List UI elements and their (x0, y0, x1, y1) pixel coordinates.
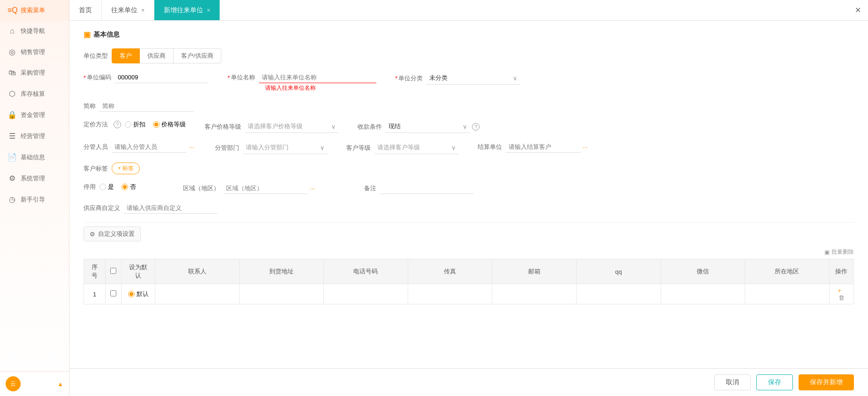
supplier-custom-field: 供应商自定义 (84, 202, 218, 214)
row-checkbox[interactable] (110, 290, 116, 296)
customer-level-arrow-icon: ∨ (451, 144, 456, 151)
region-more-btn[interactable]: ··· (308, 185, 317, 192)
sidebar-item-guide[interactable]: ◷ 新手引导 (0, 189, 69, 210)
category-select[interactable]: 未分类 ∨ (426, 72, 520, 85)
radio-price-level[interactable]: 价格等级 (153, 120, 186, 129)
cell-qq (576, 284, 661, 304)
row-add-btn[interactable]: + (838, 287, 842, 294)
wechat-input[interactable] (666, 291, 740, 298)
cell-fax (408, 284, 492, 304)
divider (84, 222, 854, 223)
table-row: 1 默认 (84, 284, 854, 304)
email-input[interactable] (497, 291, 571, 298)
operations-icon: ☰ (8, 132, 17, 140)
payment-select[interactable]: 现结 ∨ (386, 120, 470, 133)
save-button[interactable]: 保存 (756, 374, 793, 390)
remark-field: 备注 (364, 183, 474, 194)
window-close-button[interactable]: ✕ (847, 0, 868, 20)
tab-new-contact[interactable]: 新增往来单位 × (154, 0, 220, 20)
price-level-select[interactable]: 请选择客户价格等级 ∨ (245, 120, 339, 133)
tab-new-contact-close[interactable]: × (207, 7, 210, 14)
tags-field: 客户标签 + 标签 (84, 163, 140, 174)
add-tag-button[interactable]: + 标签 (112, 163, 140, 174)
sidebar-item-label: 基础信息 (21, 153, 45, 162)
qq-input[interactable] (581, 291, 656, 298)
fax-input[interactable] (413, 291, 487, 298)
table-header: 序号 设为默认 联系人 到货地址 电话号码 传真 邮箱 qq 微信 所在地区 操… (84, 259, 854, 284)
customer-level-select[interactable]: 请选择客户等级 ∨ (374, 141, 459, 154)
sidebar-item-inventory[interactable]: ⬡ 库存核算 (0, 83, 69, 104)
batch-delete-area: ▣ 批量删除 (84, 248, 854, 256)
dept-arrow-icon: ∨ (320, 144, 325, 151)
radio-yes-label: 是 (108, 183, 114, 191)
avatar: 云 (6, 376, 21, 391)
section-title-text: 基本信息 (93, 31, 120, 39)
footer-bar: 取消 保存 保存并新增 (69, 368, 868, 396)
default-radio[interactable]: 默认 (126, 290, 150, 298)
finance-icon: 🔒 (8, 110, 17, 119)
name-input[interactable] (259, 72, 376, 83)
batch-delete-label[interactable]: 批量删除 (831, 248, 854, 256)
sidebar-item-purchase[interactable]: 🛍 采购管理 (0, 62, 69, 83)
tab-contacts-close[interactable]: × (141, 7, 145, 14)
address-input[interactable] (244, 291, 319, 298)
col-email: 邮箱 (492, 259, 577, 284)
region-label: 区域（地区） (183, 184, 220, 193)
radio-no[interactable]: 否 (122, 183, 136, 191)
section-icon: ▣ (84, 30, 91, 39)
cell-wechat (661, 284, 745, 304)
sidebar-item-search[interactable]: ≡Q 搜索菜单 (0, 0, 69, 21)
price-level-arrow-icon: ∨ (331, 123, 336, 130)
cancel-button[interactable]: 取消 (714, 374, 751, 390)
sidebar-item-nav[interactable]: ⌂ 快捷导航 (0, 21, 69, 41)
sidebar-item-sales[interactable]: ◎ 销售管理 (0, 41, 69, 62)
contact-input[interactable] (160, 291, 235, 298)
tags-label: 客户标签 (84, 164, 108, 173)
phone-input[interactable] (328, 291, 403, 298)
sidebar-item-operations[interactable]: ☰ 经营管理 (0, 125, 69, 147)
customer-level-label: 客户等级 (346, 144, 371, 152)
sidebar-item-finance[interactable]: 🔒 资金管理 (0, 104, 69, 125)
region-table-input[interactable] (750, 291, 824, 298)
shortname-row: 简称 (84, 101, 854, 112)
unit-type-row: 单位类型 客户 供应商 客户/供应商 (84, 48, 854, 63)
default-radio-dot (129, 292, 133, 296)
contacts-table: 序号 设为默认 联系人 到货地址 电话号码 传真 邮箱 qq 微信 所在地区 操… (84, 259, 854, 304)
radio-yes[interactable]: 是 (99, 183, 114, 191)
custom-setting-button[interactable]: ⚙ 自定义项设置 (84, 226, 141, 241)
tab-contacts[interactable]: 往来单位 × (102, 0, 154, 20)
code-input[interactable] (115, 72, 209, 83)
payment-help-icon[interactable]: ? (472, 123, 480, 131)
tags-row: 客户标签 + 标签 (84, 163, 854, 174)
supplier-custom-input[interactable] (124, 202, 218, 214)
payment-arrow-icon: ∨ (463, 123, 467, 130)
region-input[interactable] (223, 183, 308, 194)
pricing-help-icon[interactable]: ? (114, 121, 121, 128)
settle-more-btn[interactable]: ··· (581, 143, 590, 151)
cell-address (239, 284, 324, 304)
manager-more-btn[interactable]: ··· (187, 143, 196, 151)
radio-discount-label: 折扣 (133, 120, 145, 129)
price-level-label: 客户价格等级 (205, 123, 241, 131)
shortname-input[interactable] (99, 101, 193, 112)
sidebar-item-basics[interactable]: 📄 基础信息 (0, 147, 69, 168)
sidebar-progress-icon: ▲ (57, 380, 63, 388)
row-delete-btn[interactable]: 🗑 (838, 294, 845, 301)
type-btn-both[interactable]: 客户/供应商 (174, 48, 221, 63)
table-select-all[interactable] (110, 268, 116, 274)
manager-input[interactable] (112, 141, 187, 153)
category-value: 未分类 (429, 74, 448, 82)
dept-select[interactable]: 请输入分管部门 ∨ (243, 141, 327, 154)
remark-input[interactable] (380, 183, 474, 194)
tab-home[interactable]: 首页 (69, 0, 102, 20)
radio-discount[interactable]: 折扣 (125, 120, 145, 129)
name-required: * (228, 74, 230, 81)
sidebar-item-system[interactable]: ⚙ 系统管理 (0, 168, 69, 189)
type-btn-supplier[interactable]: 供应商 (140, 48, 174, 63)
settle-input[interactable] (506, 141, 581, 153)
sidebar-item-label: 系统管理 (21, 174, 45, 183)
col-wechat: 微信 (661, 259, 745, 284)
save-new-button[interactable]: 保存并新增 (799, 374, 854, 390)
type-btn-customer[interactable]: 客户 (112, 48, 140, 63)
batch-delete-icon: ▣ (824, 249, 830, 256)
